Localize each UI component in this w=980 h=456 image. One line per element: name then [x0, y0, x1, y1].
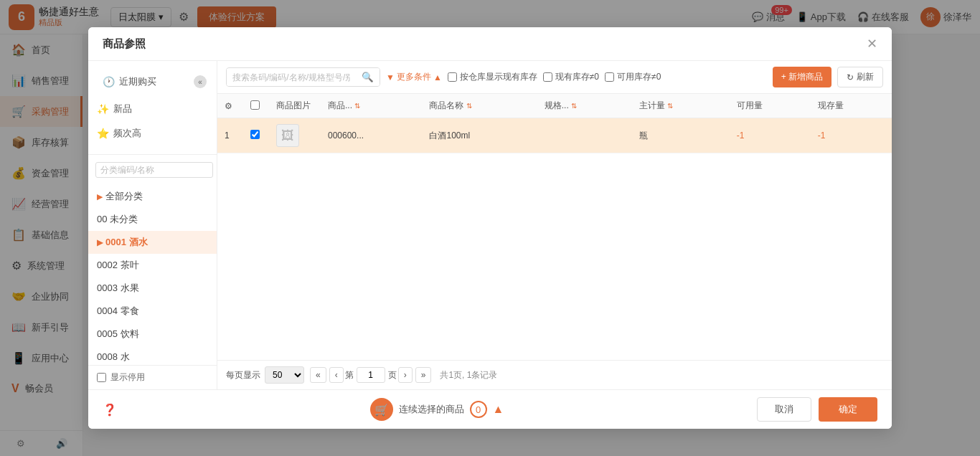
col-code-label: 商品... — [328, 100, 352, 110]
warehouse-stock-checkbox[interactable] — [448, 72, 457, 82]
confirm-button[interactable]: 确定 — [819, 397, 877, 422]
table-header: ⚙ 商品图片 商品... ⇅ 商品名称 ⇅ — [217, 94, 892, 118]
category-search-input[interactable] — [95, 162, 213, 178]
filter-icon: ▼ — [386, 72, 395, 82]
table-body: 1 🖼 000600... 白酒100ml — [217, 118, 892, 153]
tab-recent-purchase[interactable]: 🕐 近期购买 — [94, 70, 189, 94]
tab-new-products[interactable]: ✨ 新品 — [88, 97, 217, 121]
category-0001-label: 0001 酒水 — [105, 236, 148, 249]
category-all-label: 全部分类 — [105, 190, 143, 203]
category-0001[interactable]: ▶ 0001 酒水 — [88, 231, 217, 254]
sort-icon-spec: ⇅ — [571, 102, 577, 110]
cart-icon: 🛒 — [370, 398, 393, 421]
cart-label: 连续选择的商品 — [399, 403, 464, 416]
check-available-not-zero[interactable]: 现有库存≠0 — [543, 71, 599, 83]
show-disabled-label: 显示停用 — [110, 371, 145, 384]
arrow-icon: ▶ — [97, 192, 103, 201]
product-search-btn[interactable]: 🔍 — [356, 68, 380, 86]
product-search-box: 🔍 — [226, 67, 380, 87]
cart-collapse-icon[interactable]: ▲ — [493, 403, 504, 416]
usable-not-zero-checkbox[interactable] — [605, 72, 614, 82]
prev-page-btn[interactable]: ‹ — [329, 367, 344, 383]
col-name[interactable]: 商品名称 ⇅ — [422, 94, 537, 118]
tab-recent-label: 近期购买 — [119, 75, 156, 88]
category-0005[interactable]: 0005 饮料 — [88, 323, 217, 346]
product-thumbnail: 🖼 — [276, 124, 299, 147]
col-settings[interactable]: ⚙ — [217, 94, 243, 118]
modal-header: 商品参照 ✕ — [88, 27, 892, 61]
category-0004-label: 0004 零食 — [97, 305, 139, 318]
per-page-label: 每页显示 — [226, 369, 260, 381]
category-0003[interactable]: 0003 水果 — [88, 277, 217, 300]
category-search: 🔍 — [88, 158, 217, 182]
product-search-input[interactable] — [227, 69, 356, 86]
row-code: 000600... — [321, 118, 422, 153]
help-icon[interactable]: ❓ — [103, 403, 117, 417]
col-code[interactable]: 商品... ⇅ — [321, 94, 422, 118]
star-icon: ⭐ — [97, 128, 109, 139]
close-icon[interactable]: ✕ — [867, 36, 877, 52]
col-image: 商品图片 — [269, 94, 321, 118]
col-spec-label: 规格... — [545, 100, 569, 110]
left-panel: 🕐 近期购买 « ✨ 新品 ⭐ 频次高 — [88, 61, 217, 389]
add-product-btn[interactable]: + 新增商品 — [773, 67, 831, 87]
right-panel: 🔍 ▼ 更多条件 ▲ 按仓库显示现有库存 现有库存≠0 — [217, 61, 892, 389]
right-toolbar: 🔍 ▼ 更多条件 ▲ 按仓库显示现有库存 现有库存≠0 — [217, 61, 892, 94]
category-0008[interactable]: 0008 水 — [88, 346, 217, 365]
check-available-label: 现有库存≠0 — [555, 71, 599, 83]
table-row[interactable]: 1 🖼 000600... 白酒100ml — [217, 118, 892, 153]
product-table-container: ⚙ 商品图片 商品... ⇅ 商品名称 ⇅ — [217, 94, 892, 360]
page-label: 第 — [345, 369, 354, 381]
check-usable-not-zero[interactable]: 可用库存≠0 — [605, 71, 661, 83]
show-disabled-area: 显示停用 — [88, 365, 217, 389]
category-0003-label: 0003 水果 — [97, 282, 139, 295]
col-available: 可用量 — [730, 94, 811, 118]
page-number-input[interactable] — [357, 367, 385, 383]
total-info: 共1页, 1条记录 — [440, 369, 497, 381]
category-0002-label: 0002 茶叶 — [97, 259, 139, 272]
left-panel-tabs: 🕐 近期购买 « ✨ 新品 ⭐ 频次高 — [88, 61, 217, 151]
category-0008-label: 0008 水 — [97, 351, 130, 364]
check-warehouse-stock[interactable]: 按仓库显示现有库存 — [448, 71, 537, 83]
row-available: -1 — [730, 118, 811, 153]
sort-icon-code: ⇅ — [354, 102, 360, 110]
next-page-btn[interactable]: › — [398, 367, 413, 383]
sort-icon-unit: ⇅ — [667, 102, 673, 110]
col-unit-label: 主计量 — [639, 100, 665, 110]
row-select-checkbox[interactable] — [250, 130, 260, 139]
show-disabled-checkbox[interactable] — [97, 373, 106, 382]
category-0002[interactable]: 0002 茶叶 — [88, 254, 217, 277]
row-unit: 瓶 — [632, 118, 730, 153]
category-00[interactable]: 00 未分类 — [88, 208, 217, 231]
cancel-button[interactable]: 取消 — [757, 397, 811, 422]
col-stock: 现存量 — [811, 94, 892, 118]
collapse-left-btn[interactable]: « — [194, 75, 207, 88]
sort-icon-name: ⇅ — [466, 102, 472, 110]
cart-area: 🛒 连续选择的商品 0 ▲ — [370, 398, 504, 421]
page-suffix: 页 — [388, 369, 397, 381]
per-page-select[interactable]: 50 100 — [265, 366, 304, 384]
filter-more-label: 更多条件 — [397, 71, 431, 83]
toolbar-right: + 新增商品 ↻ 刷新 — [773, 67, 883, 87]
filter-arrow-icon: ▲ — [433, 72, 442, 82]
tab-frequent[interactable]: ⭐ 频次高 — [88, 121, 217, 146]
modal-title: 商品参照 — [103, 37, 146, 51]
category-0005-label: 0005 饮料 — [97, 328, 139, 341]
available-not-zero-checkbox[interactable] — [543, 72, 552, 82]
category-all[interactable]: ▶ 全部分类 — [88, 185, 217, 208]
modal-overlay: 商品参照 ✕ 🕐 近期购买 « ✨ 新品 — [0, 0, 980, 456]
tab-new-label: 新品 — [113, 103, 132, 115]
product-reference-modal: 商品参照 ✕ 🕐 近期购买 « ✨ 新品 — [88, 27, 892, 429]
filter-more-btn[interactable]: ▼ 更多条件 ▲ — [386, 71, 442, 83]
refresh-product-btn[interactable]: ↻ 刷新 — [837, 67, 883, 87]
select-all-checkbox[interactable] — [250, 100, 260, 110]
last-page-btn[interactable]: » — [415, 367, 432, 383]
new-icon: ✨ — [97, 103, 109, 115]
col-spec[interactable]: 规格... ⇅ — [537, 94, 632, 118]
divider — [88, 154, 217, 155]
col-unit[interactable]: 主计量 ⇅ — [632, 94, 730, 118]
category-0004[interactable]: 0004 零食 — [88, 300, 217, 323]
first-page-btn[interactable]: « — [310, 367, 326, 383]
pagination-bar: 每页显示 50 100 « ‹ 第 页 › » 共1页, 1条记录 — [217, 360, 892, 389]
product-table: ⚙ 商品图片 商品... ⇅ 商品名称 ⇅ — [217, 94, 892, 153]
